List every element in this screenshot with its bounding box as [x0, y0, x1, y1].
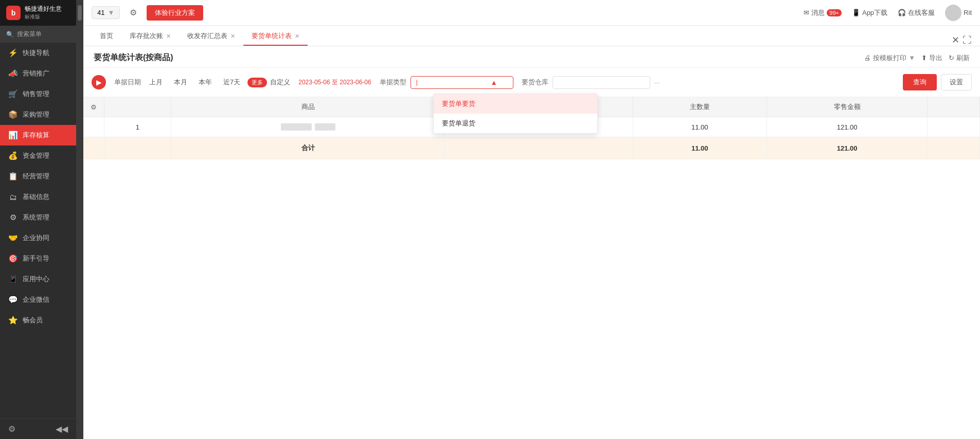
- tab-shipment-summary-close[interactable]: ✕: [230, 33, 235, 40]
- type-select[interactable]: | ▲: [411, 76, 513, 89]
- trial-btn[interactable]: 体验行业方案: [147, 5, 203, 21]
- sidebar-item-sales[interactable]: 🛒 销售管理: [0, 84, 76, 104]
- col-amount-header: 零售金额: [767, 97, 928, 117]
- date-filter-label: 单据日期: [114, 78, 141, 87]
- message-icon: ✉: [804, 9, 809, 16]
- inventory-icon: 📊: [8, 131, 17, 140]
- sidebar-item-guide[interactable]: 🎯 新手引导: [0, 248, 76, 269]
- sidebar-search[interactable]: 🔍 搜索菜单: [0, 26, 76, 43]
- wechat-icon: 💬: [8, 295, 17, 304]
- sidebar-scroll-thumb[interactable]: [78, 5, 82, 21]
- date-shortcuts: 上月 本月 本年 近7天 更多 自定义: [145, 76, 290, 88]
- sidebar-item-label: 资金管理: [23, 151, 49, 160]
- sidebar-item-enterprise[interactable]: 🤝 企业协同: [0, 228, 76, 248]
- tabs-controls: ✕ ⛶: [952, 34, 972, 46]
- sidebar: b 畅捷通好生意 标准版 🔍 搜索菜单 ⚡ 快捷导航 📣 营销推广 🛒 销售管理…: [0, 0, 76, 439]
- tab-inventory-batch-close[interactable]: ✕: [166, 33, 171, 40]
- settings-filter-btn[interactable]: 设置: [941, 74, 972, 90]
- sidebar-item-wechat[interactable]: 💬 企业微信: [0, 289, 76, 310]
- tab-requisition-stat-close[interactable]: ✕: [295, 33, 299, 40]
- mobile-icon: 📱: [852, 9, 860, 16]
- tab-requisition-stat-label: 要货单统计表: [252, 31, 292, 41]
- search-icon: 🔍: [6, 31, 14, 38]
- sidebar-item-operations[interactable]: 📋 经营管理: [0, 166, 76, 187]
- marketing-icon: 📣: [8, 69, 17, 78]
- top-header: 41 ▼ ⚙ 体验行业方案 ✉ 消息 99+ 📱 App下载 🎧 在线客服 R: [83, 0, 980, 26]
- sidebar-item-label: 经营管理: [23, 172, 49, 181]
- username-label: Rit: [964, 9, 972, 16]
- date-shortcut-this-year[interactable]: 本年: [194, 76, 216, 88]
- sidebar-item-finance[interactable]: 💰 资金管理: [0, 145, 76, 166]
- sidebar-item-basic[interactable]: 🗂 基础信息: [0, 187, 76, 207]
- messages-label: 消息: [811, 8, 825, 17]
- warehouse-filter-label: 要货仓库: [522, 78, 548, 87]
- row-quantity-cell: 11.00: [633, 117, 767, 137]
- query-btn[interactable]: 查询: [903, 74, 937, 90]
- sidebar-item-label: 基础信息: [23, 192, 49, 202]
- sidebar-item-member[interactable]: ⭐ 畅会员: [0, 310, 76, 331]
- sidebar-item-label: 企业微信: [23, 295, 49, 304]
- date-shortcut-last-month[interactable]: 上月: [145, 76, 167, 88]
- col-seq-header: [104, 97, 171, 117]
- sidebar-item-system[interactable]: ⚙ 系统管理: [0, 207, 76, 228]
- app-download-btn[interactable]: 📱 App下载: [852, 8, 887, 17]
- print-dropdown-icon: ▼: [908, 54, 915, 62]
- col-settings-header: ⚙: [83, 97, 104, 117]
- summary-settings-cell: [83, 137, 104, 159]
- summary-amount-cell: 121.00: [767, 137, 928, 159]
- tab-home[interactable]: 首页: [92, 27, 121, 46]
- sidebar-item-inventory[interactable]: 📊 库存核算: [0, 125, 76, 145]
- tabs-maximize-icon[interactable]: ⛶: [963, 35, 972, 46]
- sidebar-nav: ⚡ 快捷导航 📣 营销推广 🛒 销售管理 📦 采购管理 📊 库存核算 💰 资金管…: [0, 43, 76, 418]
- export-label: 导出: [929, 53, 942, 63]
- logo-badge: 标准版: [25, 13, 62, 21]
- sidebar-scroll-track[interactable]: [76, 0, 83, 439]
- sidebar-item-label: 企业协同: [23, 233, 49, 243]
- workspace-selector[interactable]: 41 ▼: [92, 6, 120, 19]
- messages-btn[interactable]: ✉ 消息 99+: [804, 8, 842, 17]
- export-btn[interactable]: ⬆ 导出: [921, 53, 942, 63]
- dropdown-item-requisition-return[interactable]: 要货单退货: [434, 114, 597, 133]
- header-settings-btn[interactable]: ⚙: [126, 6, 140, 20]
- quick-nav-icon: ⚡: [8, 48, 17, 58]
- sidebar-item-marketing[interactable]: 📣 营销推广: [0, 63, 76, 84]
- warehouse-filter-group: 要货仓库 ···: [522, 76, 660, 89]
- page-content: 要货单统计表(按商品) 🖨 按模板打印 ▼ ⬆ 导出 ↻ 刷新: [83, 46, 980, 439]
- date-shortcut-more[interactable]: 更多: [247, 78, 267, 87]
- sidebar-item-appcenter[interactable]: 📱 应用中心: [0, 269, 76, 289]
- filter-expand-btn[interactable]: ▶: [92, 75, 106, 89]
- sidebar-logo: b 畅捷通好生意 标准版: [0, 0, 76, 26]
- guide-icon: 🎯: [8, 254, 17, 263]
- tabs-bar: 首页 库存批次账 ✕ 收发存汇总表 ✕ 要货单统计表 ✕ ✕ ⛶: [83, 26, 980, 46]
- dropdown-item-requisition-order[interactable]: 要货单要货: [434, 94, 597, 114]
- product-cell-content: [177, 123, 438, 131]
- online-service-btn[interactable]: 🎧 在线客服: [898, 8, 935, 17]
- print-btn[interactable]: 🖨 按模板打印 ▼: [864, 53, 915, 63]
- refresh-icon: ↻: [949, 54, 954, 62]
- tab-shipment-summary[interactable]: 收发存汇总表 ✕: [179, 27, 243, 46]
- collapse-icon[interactable]: ◀◀: [56, 424, 68, 434]
- col-product-header: 商品: [171, 97, 445, 117]
- tab-requisition-stat[interactable]: 要货单统计表 ✕: [243, 27, 308, 46]
- header-right: ✉ 消息 99+ 📱 App下载 🎧 在线客服 Rit: [804, 5, 972, 21]
- sidebar-item-label: 应用中心: [23, 275, 49, 284]
- warehouse-input[interactable]: [553, 76, 650, 89]
- column-settings-icon[interactable]: ⚙: [91, 103, 97, 111]
- type-dropdown: 要货单要货 要货单退货: [433, 94, 598, 134]
- row-product-cell: [171, 117, 445, 137]
- sidebar-item-label: 快捷导航: [23, 48, 49, 58]
- operations-icon: 📋: [8, 172, 17, 181]
- warehouse-more-icon[interactable]: ···: [654, 79, 660, 86]
- date-custom[interactable]: 自定义: [270, 78, 290, 87]
- tabs-close-all-icon[interactable]: ✕: [952, 34, 959, 46]
- page-title-bar: 要货单统计表(按商品) 🖨 按模板打印 ▼ ⬆ 导出 ↻ 刷新: [83, 46, 980, 68]
- settings-bottom-icon[interactable]: ⚙: [8, 424, 15, 434]
- header-left: 41 ▼ ⚙ 体验行业方案: [92, 5, 203, 21]
- date-shortcut-this-month[interactable]: 本月: [170, 76, 191, 88]
- refresh-btn[interactable]: ↻ 刷新: [949, 53, 970, 63]
- tab-inventory-batch[interactable]: 库存批次账 ✕: [121, 27, 179, 46]
- sidebar-item-purchase[interactable]: 📦 采购管理: [0, 104, 76, 125]
- date-shortcut-7days[interactable]: 近7天: [219, 76, 244, 88]
- user-avatar[interactable]: Rit: [945, 5, 972, 21]
- sidebar-item-quick-nav[interactable]: ⚡ 快捷导航: [0, 43, 76, 63]
